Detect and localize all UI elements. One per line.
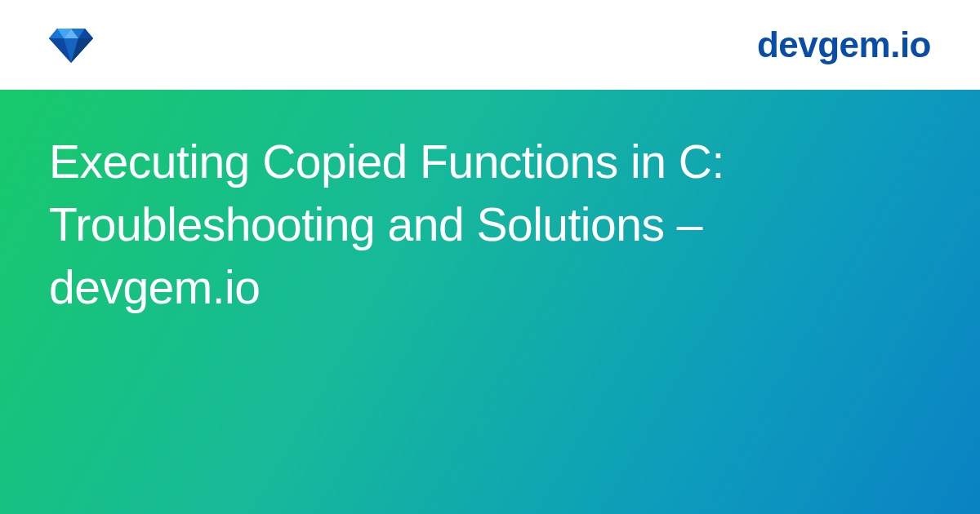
page-title: Executing Copied Functions in C: Trouble… <box>49 131 784 319</box>
header: devgem.io <box>0 0 980 90</box>
hero-banner: Executing Copied Functions in C: Trouble… <box>0 90 980 514</box>
brand-text: devgem.io <box>757 24 931 65</box>
gem-icon <box>49 25 93 64</box>
